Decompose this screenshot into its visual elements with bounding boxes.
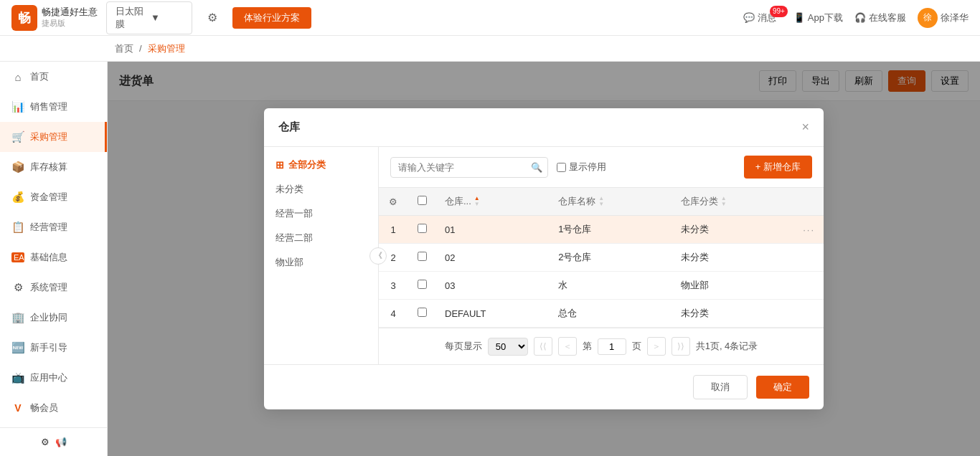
modal-toolbar: 🔍 显示停用 + 新增仓库 bbox=[379, 147, 824, 188]
row-checkbox-3[interactable] bbox=[418, 280, 427, 289]
warehouse-modal: 仓库 × ⊞ 全部分类 未分类 经营一部 bbox=[264, 108, 824, 409]
per-page-select[interactable]: 50 20 100 bbox=[488, 338, 528, 356]
modal-table: ⚙ 仓库... bbox=[379, 188, 824, 328]
last-page-button[interactable]: ⟩⟩ bbox=[672, 337, 690, 356]
breadcrumb-home[interactable]: 首页 bbox=[115, 42, 133, 55]
online-service-label: 在线客服 bbox=[869, 11, 906, 24]
trial-button[interactable]: 体验行业方案 bbox=[232, 7, 311, 29]
app-sub: 捷易版 bbox=[42, 18, 98, 29]
table-header: ⚙ 仓库... bbox=[379, 188, 824, 216]
sidebar-item-operation[interactable]: 📋 经营管理 bbox=[0, 212, 107, 242]
inventory-icon: 📦 bbox=[11, 161, 24, 174]
first-page-button[interactable]: ⟨⟨ bbox=[534, 337, 552, 356]
show-disabled-checkbox[interactable] bbox=[557, 163, 566, 172]
warehouse-table: ⚙ 仓库... bbox=[379, 188, 824, 328]
modal-close-button[interactable]: × bbox=[801, 120, 809, 135]
td-category-2: 未分类 bbox=[672, 244, 795, 272]
sort-arrows-name: ▲ ▼ bbox=[598, 196, 604, 207]
enterprise-icon: 🏢 bbox=[11, 311, 24, 324]
sidebar-label-vip: 畅会员 bbox=[30, 402, 58, 414]
search-input[interactable] bbox=[390, 157, 548, 178]
sidebar-label-enterprise: 企业协同 bbox=[30, 311, 67, 324]
sidebar-label-operation: 经营管理 bbox=[30, 221, 67, 234]
main-layout: ⌂ 首页 📊 销售管理 🛒 采购管理 📦 库存核算 💰 资金管理 📋 经营管理 … bbox=[0, 62, 980, 456]
next-page-button[interactable]: ＞ bbox=[647, 337, 666, 356]
row-checkbox-2[interactable] bbox=[418, 252, 427, 261]
modal-title: 仓库 bbox=[278, 120, 300, 134]
cancel-button[interactable]: 取消 bbox=[693, 375, 748, 399]
modal-cat-uncat[interactable]: 未分类 bbox=[264, 177, 378, 201]
modal-cat-op1-label: 经营一部 bbox=[275, 207, 313, 220]
breadcrumb-current[interactable]: 采购管理 bbox=[148, 42, 185, 55]
table-row[interactable]: 2 02 2号仓库 未分类 bbox=[379, 244, 824, 272]
row-checkbox-1[interactable] bbox=[418, 224, 427, 233]
modal-cat-property[interactable]: 物业部 bbox=[264, 250, 378, 275]
app-download-button[interactable]: 📱 App下载 bbox=[793, 11, 843, 24]
table-row[interactable]: 1 01 1号仓库 未分类 ··· bbox=[379, 216, 824, 244]
select-all-checkbox[interactable] bbox=[418, 196, 427, 205]
td-actions-3 bbox=[794, 272, 824, 300]
user-profile[interactable]: 徐 徐泽华 bbox=[918, 8, 969, 28]
modal-cat-all[interactable]: ⊞ 全部分类 bbox=[264, 153, 378, 177]
td-check-1 bbox=[407, 216, 436, 244]
message-icon: 💬 bbox=[743, 12, 755, 23]
appcenter-icon: 📺 bbox=[11, 371, 24, 384]
app-download-label: App下载 bbox=[808, 11, 843, 24]
sidebar-item-purchase[interactable]: 🛒 采购管理 bbox=[0, 122, 107, 152]
td-code-4: DEFAULT bbox=[436, 300, 550, 328]
confirm-button[interactable]: 确定 bbox=[756, 376, 809, 399]
sidebar-label-purchase: 采购管理 bbox=[30, 130, 67, 143]
app-name: 畅捷通好生意 bbox=[42, 6, 98, 19]
td-code-2: 02 bbox=[436, 244, 550, 272]
sidebar-label-finance: 资金管理 bbox=[30, 191, 67, 204]
sidebar-item-enterprise[interactable]: 🏢 企业协同 bbox=[0, 303, 107, 333]
td-code-3: 03 bbox=[436, 272, 550, 300]
td-actions-4 bbox=[794, 300, 824, 328]
sidebar-item-appcenter[interactable]: 📺 应用中心 bbox=[0, 363, 107, 393]
message-button[interactable]: 💬 消息 99+ bbox=[738, 11, 782, 24]
speaker-icon[interactable]: 📢 bbox=[55, 437, 67, 447]
table-row[interactable]: 4 DEFAULT 总仓 未分类 bbox=[379, 300, 824, 328]
sidebar: ⌂ 首页 📊 销售管理 🛒 采购管理 📦 库存核算 💰 资金管理 📋 经营管理 … bbox=[0, 62, 108, 456]
sidebar-item-inventory[interactable]: 📦 库存核算 bbox=[0, 152, 107, 182]
sidebar-collapse-button[interactable]: 《 bbox=[369, 247, 387, 265]
modal-cat-op2[interactable]: 经营二部 bbox=[264, 226, 378, 250]
store-name: 日太阳膜 bbox=[116, 5, 148, 31]
td-index-1: 1 bbox=[379, 216, 407, 244]
headset-icon: 🎧 bbox=[854, 12, 866, 23]
sidebar-item-basic[interactable]: EA 基础信息 bbox=[0, 242, 107, 272]
sidebar-item-home[interactable]: ⌂ 首页 bbox=[0, 62, 107, 92]
logo-icon: 畅 bbox=[11, 5, 37, 31]
sidebar-item-guide[interactable]: 🆕 新手引导 bbox=[0, 333, 107, 363]
table-row[interactable]: 3 03 水 物业部 bbox=[379, 272, 824, 300]
sidebar-label-sales: 销售管理 bbox=[30, 100, 67, 113]
store-selector[interactable]: 日太阳膜 ▼ bbox=[106, 1, 192, 34]
td-index-3: 3 bbox=[379, 272, 407, 300]
modal-cat-all-label: 全部分类 bbox=[288, 158, 326, 171]
breadcrumb: 首页 / 采购管理 bbox=[0, 36, 980, 62]
settings-bottom-icon[interactable]: ⚙ bbox=[41, 437, 50, 447]
sidebar-item-system[interactable]: ⚙ 系统管理 bbox=[0, 272, 107, 303]
settings-icon[interactable]: ⚙ bbox=[201, 6, 224, 29]
prev-page-button[interactable]: ＜ bbox=[558, 337, 577, 356]
settings-header-icon[interactable]: ⚙ bbox=[389, 196, 397, 207]
page-number-input[interactable] bbox=[598, 338, 626, 355]
add-warehouse-button[interactable]: + 新增仓库 bbox=[744, 156, 812, 179]
row-checkbox-4[interactable] bbox=[418, 308, 427, 317]
sidebar-label-inventory: 库存核算 bbox=[30, 161, 67, 174]
per-page-label: 每页显示 bbox=[445, 340, 482, 353]
sidebar-item-sales[interactable]: 📊 销售管理 bbox=[0, 92, 107, 122]
modal-cat-op1[interactable]: 经营一部 bbox=[264, 201, 378, 226]
modal-body: ⊞ 全部分类 未分类 经营一部 经营二部 物业部 bbox=[264, 147, 824, 364]
total-info: 共1页, 4条记录 bbox=[696, 340, 758, 353]
phone-icon: 📱 bbox=[793, 12, 805, 23]
page-num-label: 第 bbox=[583, 340, 592, 353]
more-actions-icon-1[interactable]: ··· bbox=[803, 224, 815, 235]
online-service-button[interactable]: 🎧 在线客服 bbox=[854, 11, 906, 24]
sidebar-item-finance[interactable]: 💰 资金管理 bbox=[0, 182, 107, 212]
search-icon[interactable]: 🔍 bbox=[531, 162, 542, 173]
sidebar-item-vip[interactable]: V 畅会员 bbox=[0, 393, 107, 423]
sidebar-label-guide: 新手引导 bbox=[30, 341, 67, 354]
show-disabled-checkbox-label[interactable]: 显示停用 bbox=[557, 161, 606, 174]
message-badge: 99+ bbox=[770, 6, 788, 17]
